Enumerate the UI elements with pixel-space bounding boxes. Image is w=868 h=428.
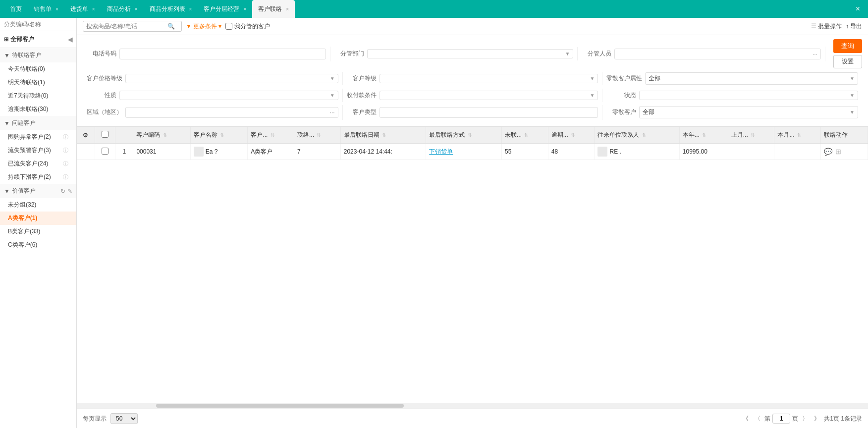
search-icon[interactable]: 🔍 xyxy=(167,23,175,30)
th-customer-level[interactable]: 客户... ⇅ xyxy=(248,127,294,144)
gear-icon[interactable]: ⚙ xyxy=(83,132,88,139)
my-customers-checkbox[interactable] xyxy=(225,23,232,30)
th-last-contact-method[interactable]: 最后联络方式 ⇅ xyxy=(426,127,502,144)
nav-tab-analysis-list[interactable]: 商品分析列表 × xyxy=(144,0,198,18)
sidebar-item-hoarding[interactable]: 囤购异常客户(2) ⓘ xyxy=(0,130,76,144)
nav-tab-sales-close[interactable]: × xyxy=(55,6,58,12)
filter-retail-select[interactable]: 全部 ▼ xyxy=(639,106,858,118)
nav-tab-sales[interactable]: 销售单 × xyxy=(28,0,64,18)
th-overdue[interactable]: 逾期... ⇅ xyxy=(548,127,595,144)
nav-tab-purchase-close[interactable]: × xyxy=(92,6,95,12)
my-customers-checkbox-area[interactable]: 我分管的客户 xyxy=(225,22,270,31)
th-customer-code[interactable]: 客户编码 ⇅ xyxy=(133,127,190,144)
sidebar-item-class-c-label: C类客户(6) xyxy=(8,241,37,249)
nav-tab-customer-contact[interactable]: 客户联络 × xyxy=(252,0,295,18)
th-customer-name[interactable]: 客户名称 ⇅ xyxy=(190,127,247,144)
page-label: 第 xyxy=(764,415,770,423)
first-page-button[interactable]: 《 xyxy=(741,414,751,424)
sidebar-item-7days-label: 近7天待联络(0) xyxy=(8,92,48,100)
th-settings[interactable]: ⚙ xyxy=(77,127,95,144)
qrcode-icon[interactable]: ⊞ xyxy=(835,148,841,156)
th-this-year[interactable]: 本年... ⇅ xyxy=(679,127,728,144)
th-unit-contact[interactable]: 往来单位联系人 ⇅ xyxy=(595,127,679,144)
nav-tab-analysis[interactable]: 商品分析 × xyxy=(101,0,144,18)
sidebar-item-overdue[interactable]: 逾期未联络(30) xyxy=(0,103,76,116)
last-contact-method-value[interactable]: 下销货单 xyxy=(429,148,453,155)
filter-price-level-select[interactable]: ▼ xyxy=(125,74,338,83)
sidebar-item-class-b[interactable]: B类客户(33) xyxy=(0,225,76,238)
th-contact-count[interactable]: 联络... ⇅ xyxy=(294,127,341,144)
chat-icon[interactable]: 💬 xyxy=(824,148,832,156)
th-last-contact-date-label: 最后联络日期 xyxy=(344,131,380,138)
td-overdue: 48 xyxy=(548,144,595,160)
sidebar-all-customers[interactable]: ⊞ 全部客户 ◀ xyxy=(0,31,76,48)
chevron-down-icon4: ▼ xyxy=(850,76,855,81)
sort-icon7: ⇅ xyxy=(524,132,528,138)
nav-home[interactable]: 首页 xyxy=(4,0,28,18)
nav-tab-customer-mgmt-close[interactable]: × xyxy=(243,6,246,12)
sort-icon8: ⇅ xyxy=(571,132,575,138)
window-close-button[interactable]: × xyxy=(852,4,864,13)
filter-button[interactable]: ▼ 更多条件 ▾ xyxy=(186,22,221,31)
filter-phone-input[interactable] xyxy=(119,49,326,59)
sidebar-item-class-c[interactable]: C类客户(6) xyxy=(0,238,76,252)
filter-status-select[interactable]: ▼ xyxy=(639,91,858,100)
scrollbar-thumb[interactable] xyxy=(156,404,404,408)
sidebar-item-churned-label: 已流失客户(24) xyxy=(8,160,48,168)
last-page-button[interactable]: 》 xyxy=(812,414,822,424)
page-number-input[interactable] xyxy=(772,414,790,424)
th-no-contact[interactable]: 未联... ⇅ xyxy=(502,127,548,144)
row-checkbox[interactable] xyxy=(102,148,108,155)
select-all-checkbox[interactable] xyxy=(102,131,108,138)
filter-person-select[interactable]: ··· xyxy=(614,49,821,59)
filter-nature-select[interactable]: ▼ xyxy=(119,91,338,100)
filter-retail-attr-select[interactable]: 全部 ▼ xyxy=(645,72,858,85)
sidebar-item-7days[interactable]: 近7天待联络(0) xyxy=(0,89,76,103)
top-nav: 首页 销售单 × 进货单 × 商品分析 × 商品分析列表 × 客户分层经营 × … xyxy=(0,0,868,18)
settings-button[interactable]: 设置 xyxy=(833,55,862,68)
refresh-icon[interactable]: ↻ xyxy=(60,188,65,195)
filter-customer-type-input[interactable] xyxy=(380,107,598,118)
filter-dept-select[interactable]: ▼ xyxy=(367,49,574,58)
batch-op-button[interactable]: ☰ 批量操作 xyxy=(811,22,842,31)
export-button[interactable]: ↑ 导出 xyxy=(846,22,862,31)
th-checkbox xyxy=(95,127,115,144)
sort-icon11: ⇅ xyxy=(751,132,755,138)
more-dots-icon2[interactable]: ··· xyxy=(330,109,335,116)
sidebar-collapse-icon[interactable]: ◀ xyxy=(68,36,72,43)
main-layout: 🔍 ⊞ 全部客户 ◀ ▼ 待联络客户 今天待联络(0) 明天待联络(1) 近7天… xyxy=(0,18,868,428)
filter-region-select[interactable]: ··· xyxy=(125,107,338,118)
page-size-select[interactable]: 50 20 100 xyxy=(110,413,138,424)
section-value-customers: ▼ 价值客户 ↻ ✎ 未分组(32) A类客户(1) B类客户(33) C类客户… xyxy=(0,184,76,252)
more-dots-icon[interactable]: ··· xyxy=(813,51,817,57)
td-customer-level: A类客户 xyxy=(248,144,294,160)
info-icon4: ⓘ xyxy=(63,173,68,181)
th-last-month[interactable]: 上月... ⇅ xyxy=(728,127,774,144)
nav-tab-customer-contact-close[interactable]: × xyxy=(286,6,289,12)
sidebar-item-churn-warning[interactable]: 流失预警客户(3) ⓘ xyxy=(0,144,76,157)
filter-customer-level-select[interactable]: ▼ xyxy=(380,74,598,83)
td-last-contact-method: 下销货单 xyxy=(426,144,502,160)
sidebar-item-class-a[interactable]: A类客户(1) xyxy=(0,212,76,225)
customer-name-value: Ea ? xyxy=(206,148,218,155)
th-last-contact-date[interactable]: 最后联络日期 ⇅ xyxy=(340,127,426,144)
filter-row-3: 性质 ▼ 收付款条件 ▼ 状态 xyxy=(83,89,862,102)
sidebar-item-declining[interactable]: 持续下滑客户(2) ⓘ xyxy=(0,170,76,184)
nav-tab-analysis-close[interactable]: × xyxy=(135,6,138,12)
query-button[interactable]: 查询 xyxy=(833,39,862,53)
edit-icon[interactable]: ✎ xyxy=(67,188,72,195)
horizontal-scrollbar[interactable] xyxy=(77,403,868,409)
sidebar-item-tomorrow[interactable]: 明天待联络(1) xyxy=(0,76,76,89)
next-page-button[interactable]: 〉 xyxy=(800,414,810,424)
sidebar-item-churned[interactable]: 已流失客户(24) ⓘ xyxy=(0,157,76,170)
sidebar-item-today[interactable]: 今天待联络(0) xyxy=(0,62,76,76)
th-this-month[interactable]: 本月... ⇅ xyxy=(774,127,821,144)
nav-tab-customer-mgmt[interactable]: 客户分层经营 × xyxy=(198,0,252,18)
sidebar-item-unclassified[interactable]: 未分组(32) xyxy=(0,198,76,212)
sidebar-search-input[interactable] xyxy=(4,21,77,28)
nav-tab-analysis-list-close[interactable]: × xyxy=(189,6,192,12)
search-input[interactable] xyxy=(86,23,165,30)
filter-payment-select[interactable]: ▼ xyxy=(380,91,598,100)
nav-tab-purchase[interactable]: 进货单 × xyxy=(64,0,101,18)
prev-page-button[interactable]: 〈 xyxy=(753,414,762,424)
